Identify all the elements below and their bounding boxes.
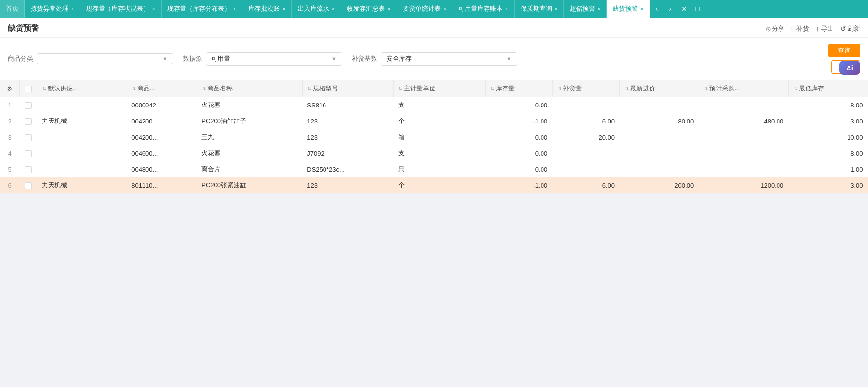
tab-nav-prev[interactable]: ‹ [650,0,664,18]
col-stock-label: 库存量 [496,84,515,93]
row-checkbox-input[interactable] [25,150,32,157]
ai-button[interactable]: Ai [839,61,860,75]
row-code: 0000042 [127,97,197,113]
tab-6-close[interactable]: × [387,6,390,12]
tab-10[interactable]: 超储预警 × [564,0,607,18]
col-code-label: 商品... [137,84,155,93]
tab-3-close[interactable]: × [233,6,236,12]
share-label: 分享 [772,24,784,33]
row-stock: 0.00 [485,97,552,113]
row-index: 1 [0,97,19,113]
tab-10-close[interactable]: × [597,6,600,12]
col-spec[interactable]: ⇅ 规格型号 [302,80,394,97]
row-supplier [37,129,127,145]
col-gear[interactable]: ⚙ [0,80,19,97]
row-replenish: 6.00 [552,113,619,129]
replenish-icon: □ [791,25,795,33]
row-min-stock: 8.00 [788,97,868,113]
header-checkbox[interactable] [25,86,32,92]
category-select[interactable]: ▼ [37,53,173,64]
tab-5[interactable]: 出入库流水 × [292,0,341,18]
replenish-button[interactable]: □ 补货 [791,24,809,33]
row-checkbox-input[interactable] [25,102,32,109]
row-unit: 箱 [394,129,485,145]
tab-home[interactable]: 首页 [0,0,25,18]
tab-4[interactable]: 库存批次账 × [242,0,291,18]
tab-8-label: 可用量库存账本 [458,4,503,13]
row-name: PC200张紧油缸 [197,177,302,194]
tab-2-label: 现存量（库存状况表） [86,4,149,13]
col-min-stock[interactable]: ⇅ 最低库存 [788,80,868,97]
tab-3[interactable]: 现存量（库存分布表） × [162,0,242,18]
tab-nav-next[interactable]: › [664,0,677,18]
datasource-select[interactable]: 可用量 ▼ [206,52,342,66]
row-spec: 123 [302,113,394,129]
row-unit: 支 [394,145,485,161]
col-latest-price-label: 最新进价 [630,84,655,93]
row-supplier: 力天机械 [37,113,127,129]
tab-5-close[interactable]: × [332,6,335,12]
main-content: 缺货预警 ⎋ 分享 □ 补货 ↑ 导出 ↺ 刷新 商品分类 [0,18,868,194]
col-supplier-sort: ⇅ [42,86,46,91]
row-supplier: 力天机械 [37,177,127,194]
row-checkbox-input[interactable] [25,182,32,189]
row-code: 004600... [127,145,197,161]
tab-7[interactable]: 要货单统计表 × [397,0,452,18]
tab-6[interactable]: 收发存汇总表 × [341,0,397,18]
tab-10-label: 超储预警 [570,4,595,13]
row-checkbox-input[interactable] [25,166,32,173]
page-title: 缺货预警 [8,23,39,34]
col-latest-price[interactable]: ⇅ 最新进价 [619,80,699,97]
row-name: 离合片 [197,161,302,177]
tab-2[interactable]: 现存量（库存状况表） × [80,0,161,18]
row-checkbox [19,161,37,177]
header-actions: ⎋ 分享 □ 补货 ↑ 导出 ↺ 刷新 [766,24,860,33]
col-replenish[interactable]: ⇅ 补货量 [552,80,619,97]
refresh-button[interactable]: ↺ 刷新 [840,24,860,33]
row-estimated: 1200.00 [699,177,788,194]
row-estimated [699,97,788,113]
export-button[interactable]: ↑ 导出 [816,24,833,33]
refresh-label: 刷新 [848,24,860,33]
tab-9-label: 保质期查询 [521,4,552,13]
row-latest-price: 80.00 [619,113,699,129]
row-stock: 0.00 [485,129,552,145]
row-replenish: 6.00 [552,177,619,194]
tab-2-close[interactable]: × [152,6,155,12]
tab-11-close[interactable]: × [640,6,643,12]
row-code: 004200... [127,113,197,129]
col-name-sort: ⇅ [202,86,206,91]
share-button[interactable]: ⎋ 分享 [766,24,784,33]
tab-8-close[interactable]: × [505,6,508,12]
col-supplier[interactable]: ⇅ 默认供应... [37,80,127,97]
query-button[interactable]: 查询 [828,44,860,57]
tab-9-close[interactable]: × [555,6,558,12]
row-checkbox-input[interactable] [25,134,32,141]
col-checkbox[interactable] [19,80,37,97]
row-replenish [552,145,619,161]
tab-1-close[interactable]: × [71,6,74,12]
tab-nav-expand[interactable]: □ [691,0,705,18]
row-estimated [699,129,788,145]
row-checkbox-input[interactable] [25,118,32,125]
replenish-select[interactable]: 安全库存 ▼ [381,52,517,66]
tab-4-close[interactable]: × [282,6,285,12]
col-code[interactable]: ⇅ 商品... [127,80,197,97]
row-spec: 123 [302,129,394,145]
row-unit: 只 [394,161,485,177]
tab-nav-close[interactable]: ✕ [677,0,691,18]
col-min-stock-label: 最低库存 [799,84,824,93]
tab-7-close[interactable]: × [443,6,446,12]
tab-11[interactable]: 缺货预警 × [607,0,650,18]
tab-8[interactable]: 可用量库存账本 × [452,0,514,18]
col-stock[interactable]: ⇅ 库存量 [485,80,552,97]
tab-1[interactable]: 拣货异常处理 × [25,0,80,18]
col-estimated[interactable]: ⇅ 预计采购... [699,80,788,97]
col-name[interactable]: ⇅ 商品名称 [197,80,302,97]
row-checkbox [19,97,37,113]
row-replenish: 20.00 [552,129,619,145]
tab-9[interactable]: 保质期查询 × [515,0,564,18]
col-unit[interactable]: ⇅ 主计量单位 [394,80,485,97]
row-latest-price [619,145,699,161]
row-estimated: 480.00 [699,113,788,129]
